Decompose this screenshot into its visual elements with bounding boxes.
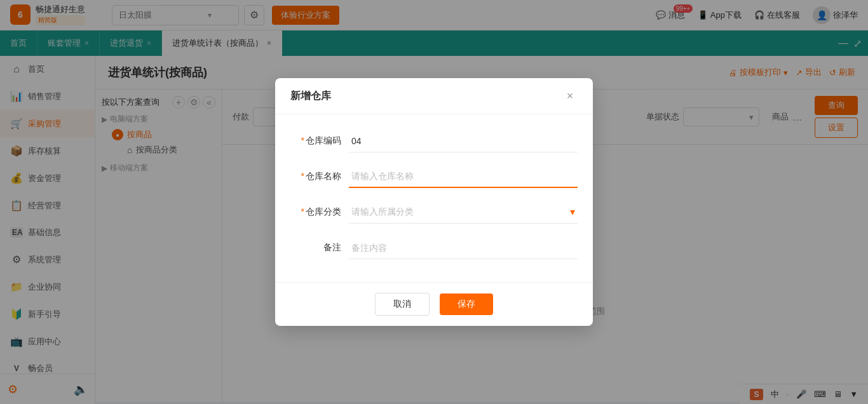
remark-label: 备注	[290, 242, 341, 253]
cancel-btn[interactable]: 取消	[375, 293, 430, 316]
name-label: 仓库名称	[290, 171, 341, 182]
modal-overlay: 新增仓库 × 仓库编码 仓库名称 仓库分类 请输入所属分类 ▾	[0, 0, 868, 404]
modal-new-warehouse: 新增仓库 × 仓库编码 仓库名称 仓库分类 请输入所属分类 ▾	[275, 78, 593, 326]
code-label: 仓库编码	[290, 135, 341, 147]
save-btn[interactable]: 保存	[440, 293, 493, 315]
modal-header: 新增仓库 ×	[275, 78, 593, 114]
category-dropdown-arrow: ▾	[570, 206, 575, 218]
form-row-name: 仓库名称	[290, 165, 578, 188]
modal-footer: 取消 保存	[275, 282, 593, 326]
form-row-code: 仓库编码	[290, 130, 578, 152]
category-select[interactable]: 请输入所属分类 ▾	[349, 201, 578, 224]
form-row-remark: 备注	[290, 236, 578, 259]
category-label: 仓库分类	[290, 206, 341, 218]
modal-close-btn[interactable]: ×	[562, 88, 578, 104]
form-row-category: 仓库分类 请输入所属分类 ▾	[290, 201, 578, 224]
name-input[interactable]	[349, 165, 578, 188]
modal-body: 仓库编码 仓库名称 仓库分类 请输入所属分类 ▾ 备注	[275, 114, 593, 282]
code-input[interactable]	[349, 130, 578, 152]
category-placeholder: 请输入所属分类	[351, 206, 414, 218]
remark-input[interactable]	[349, 236, 578, 259]
modal-title: 新增仓库	[290, 90, 331, 103]
